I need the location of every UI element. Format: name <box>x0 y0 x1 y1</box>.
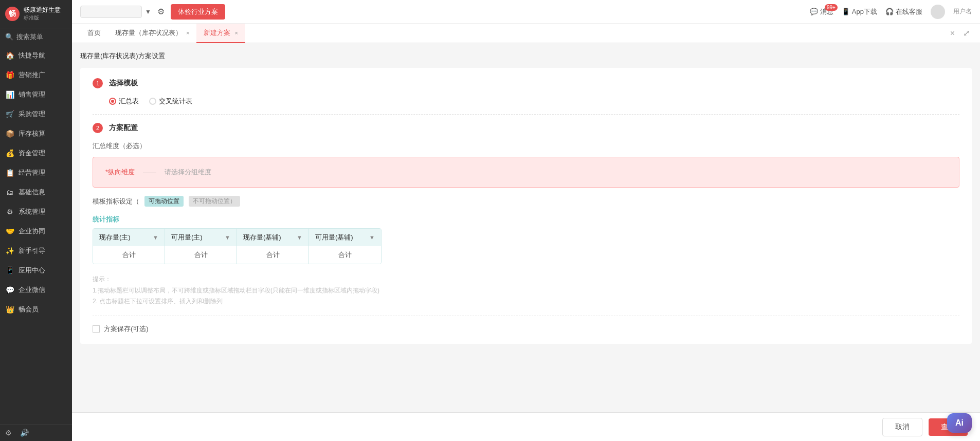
sidebar-item-sales[interactable]: 📊 销售管理 <box>0 85 72 104</box>
app-download-button[interactable]: 📱 App下载 <box>842 7 877 16</box>
username-label: 用户名 <box>953 7 972 16</box>
cell-0: 合计 <box>93 246 165 264</box>
cell-2: 合计 <box>237 246 309 264</box>
tab-home[interactable]: 首页 <box>80 24 108 43</box>
radio-cross-dot <box>149 98 156 105</box>
header-gear-icon[interactable]: ⚙ <box>157 7 165 16</box>
col-header-3[interactable]: 可用量(基辅) ▼ <box>309 229 381 246</box>
movable-indicator: 可拖动位置 <box>144 196 184 207</box>
sidebar-item-member[interactable]: 👑 畅会员 <box>0 300 72 319</box>
template-indicator-row: 模板指标设定（ 可拖动位置 不可拖动位置） <box>93 196 959 207</box>
message-button[interactable]: 💬 消息 99+ <box>810 7 833 16</box>
fixed-indicator: 不可拖动位置） <box>189 196 240 207</box>
settings-icon[interactable]: ⚙ <box>5 429 12 437</box>
radio-cross[interactable]: 交叉统计表 <box>149 97 192 106</box>
indicator-prefix: 模板指标设定（ <box>93 197 139 206</box>
money-icon: 💰 <box>5 149 14 158</box>
trial-button[interactable]: 体验行业方案 <box>171 4 225 20</box>
col-header-2[interactable]: 现存量(基辅) ▼ <box>237 229 309 246</box>
tips-title: 提示： <box>93 275 111 283</box>
arrow-separator: —— <box>143 169 156 176</box>
sidebar-nav: 🏠 快捷导航 🎁 营销推广 📊 销售管理 🛒 采购管理 📦 库存核算 💰 资金管… <box>0 46 72 424</box>
page-title: 现存量(库存状况表)方案设置 <box>80 51 972 61</box>
step1-badge: 1 <box>93 78 103 88</box>
step2-row: 2 方案配置 <box>93 123 959 133</box>
cell-3: 合计 <box>309 246 381 264</box>
header-search-input[interactable] <box>80 6 142 18</box>
page-content: 现存量(库存状况表)方案设置 1 选择模板 汇总表 交叉统计表 <box>72 43 980 412</box>
handshake-icon: 🤝 <box>5 227 14 236</box>
col-header-0[interactable]: 现存量(主) ▼ <box>93 229 165 246</box>
sidebar-item-inventory[interactable]: 📦 库存核算 <box>0 124 72 143</box>
divider-2 <box>93 316 959 316</box>
chart-icon: 📊 <box>5 90 14 99</box>
message-icon: 💬 <box>810 8 818 15</box>
tab-close-button[interactable]: × <box>948 26 957 40</box>
tip-line-1: 1.拖动标题栏可以调整布局，不可跨维度或指标区域拖动栏目字段(只能在同一维度或指… <box>93 285 959 297</box>
stats-title: 统计指标 <box>93 215 959 224</box>
chat-icon: 💬 <box>5 285 14 295</box>
chevron-down-icon-2: ▼ <box>297 234 302 241</box>
headset-icon: 🎧 <box>885 8 894 15</box>
summary-dimension-label: 汇总维度（必选） <box>93 141 959 151</box>
save-checkbox[interactable] <box>93 325 100 333</box>
tab-inventory-close-icon[interactable]: × <box>186 30 189 36</box>
sidebar-item-wechat[interactable]: 💬 企业微信 <box>0 280 72 300</box>
sidebar-item-system[interactable]: ⚙ 系统管理 <box>0 202 72 222</box>
step1-row: 1 选择模板 <box>93 78 959 88</box>
sidebar-item-finance[interactable]: 💰 资金管理 <box>0 143 72 163</box>
chevron-down-icon-1: ▼ <box>225 234 230 241</box>
user-avatar[interactable] <box>931 5 945 19</box>
ai-fab-button[interactable]: Ai <box>947 413 972 433</box>
online-service-button[interactable]: 🎧 在线客服 <box>885 7 922 16</box>
sidebar-item-enterprise[interactable]: 🤝 企业协同 <box>0 222 72 241</box>
header-search-area: ▼ <box>80 6 151 18</box>
step1-title: 选择模板 <box>109 79 138 88</box>
tab-expand-button[interactable]: ⤢ <box>961 26 972 40</box>
sidebar-item-guide[interactable]: ✨ 新手引导 <box>0 241 72 261</box>
template-radio-group: 汇总表 交叉统计表 <box>109 97 959 106</box>
sidebar-item-apps[interactable]: 📱 应用中心 <box>0 261 72 280</box>
logo-text: 畅康通好生意 标准版 <box>24 6 61 22</box>
step2-badge: 2 <box>93 123 103 133</box>
chevron-down-icon-0: ▼ <box>153 234 158 241</box>
box-icon: 📦 <box>5 129 14 138</box>
folder-icon: 🗂 <box>5 188 14 197</box>
required-field-label: *纵向维度 <box>105 168 135 177</box>
sidebar-search-item[interactable]: 🔍 搜索菜单 <box>0 28 72 46</box>
sidebar-item-purchase[interactable]: 🛒 采购管理 <box>0 104 72 124</box>
tab-inventory-status[interactable]: 现存量（库存状况表） × <box>108 24 196 43</box>
sidebar-item-operation[interactable]: 📋 经营管理 <box>0 163 72 182</box>
sidebar-item-marketing[interactable]: 🎁 营销推广 <box>0 65 72 85</box>
cell-1: 合计 <box>165 246 237 264</box>
col-header-1[interactable]: 可用量(主) ▼ <box>165 229 237 246</box>
step2-title: 方案配置 <box>109 123 138 133</box>
sidebar-logo: 畅 畅康通好生意 标准版 <box>0 0 72 28</box>
sidebar-item-basic[interactable]: 🗂 基础信息 <box>0 182 72 202</box>
gear-icon: ⚙ <box>5 207 14 216</box>
radio-summary[interactable]: 汇总表 <box>109 97 139 106</box>
crown-icon: 👑 <box>5 305 14 314</box>
home-icon: 🏠 <box>5 51 14 60</box>
tip-line-2: 2. 点击标题栏下拉可设置排序、插入列和删除列 <box>93 296 959 307</box>
required-dimension-area: *纵向维度 —— 请选择分组维度 <box>93 157 959 188</box>
sidebar-item-shortcut[interactable]: 🏠 快捷导航 <box>0 46 72 65</box>
cancel-button[interactable]: 取消 <box>882 418 922 436</box>
divider-1 <box>93 114 959 115</box>
header-right: 💬 消息 99+ 📱 App下载 🎧 在线客服 用户名 <box>810 5 972 19</box>
required-row: *纵向维度 —— 请选择分组维度 <box>105 168 947 177</box>
top-header: ▼ ⚙ 体验行业方案 💬 消息 99+ 📱 App下载 🎧 在线客服 用户名 <box>72 0 980 24</box>
sidebar-footer: ⚙ 🔊 <box>0 424 72 441</box>
main-area: ▼ ⚙ 体验行业方案 💬 消息 99+ 📱 App下载 🎧 在线客服 用户名 <box>72 0 980 441</box>
header-dropdown-icon[interactable]: ▼ <box>145 8 151 15</box>
metrics-table: 现存量(主) ▼ 可用量(主) ▼ 现存量(基辅) ▼ 可用量(基辅) ▼ <box>93 228 382 264</box>
save-label: 方案保存(可选) <box>104 324 149 334</box>
save-row: 方案保存(可选) <box>93 324 959 334</box>
gift-icon: 🎁 <box>5 70 14 80</box>
tab-new-plan-close-icon[interactable]: × <box>234 30 238 36</box>
metrics-table-header: 现存量(主) ▼ 可用量(主) ▼ 现存量(基辅) ▼ 可用量(基辅) ▼ <box>93 229 381 246</box>
section-card: 1 选择模板 汇总表 交叉统计表 2 方案配置 汇总维度（必选） <box>80 68 972 344</box>
star-icon: ✨ <box>5 246 14 255</box>
sound-icon[interactable]: 🔊 <box>20 429 29 437</box>
tab-new-plan[interactable]: 新建方案 × <box>196 24 245 43</box>
